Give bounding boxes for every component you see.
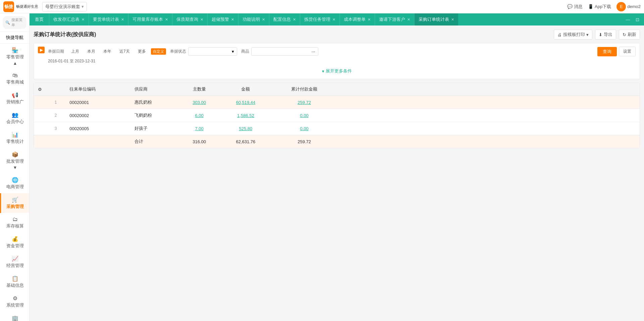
tab-label: 功能说明	[243, 16, 260, 22]
close-icon[interactable]: ✕	[121, 17, 124, 22]
refresh-button[interactable]: ↻ 刷新	[619, 30, 640, 40]
tab-bar: 首页 收发存汇总表 ✕ 要货单统计表 ✕ 可用量库存账本 ✕ 保质期查询 ✕ 超…	[30, 13, 644, 25]
col-extra	[337, 83, 640, 96]
row-code: 00020005	[65, 122, 130, 135]
row-amount[interactable]: 1,586.52	[220, 109, 272, 122]
app-download-button[interactable]: 📱 App下载	[588, 4, 611, 10]
tab-order-summary[interactable]: 要货单统计表 ✕	[89, 13, 128, 25]
sidebar-search[interactable]: 🔍 搜索英单	[0, 13, 29, 32]
sidebar-item-retail[interactable]: 🏪 零售管理 ▲	[0, 44, 29, 69]
close-icon[interactable]: ✕	[332, 17, 335, 22]
close-icon[interactable]: ✕	[368, 17, 371, 22]
filter-row-1: ▶ 单据日期 上月 本月 本年 近7天 更多 自定义	[38, 47, 636, 64]
status-select[interactable]: ▾	[188, 47, 237, 56]
sidebar-item-wholesale[interactable]: 📦 批发管理 ▼	[0, 148, 29, 173]
sidebar-item-marketing[interactable]: 📢 营销推广	[0, 89, 29, 108]
sidebar-item-member[interactable]: 👥 会员中心	[0, 108, 29, 128]
sidebar-item-system[interactable]: ⚙ 系统管理	[0, 292, 29, 312]
tab-label: 成本调整单	[344, 16, 366, 22]
row-paid[interactable]: 0.00	[272, 122, 337, 135]
sidebar-quick-nav[interactable]: 快捷导航	[0, 32, 29, 44]
tab-inventory-book[interactable]: 可用量库存账本 ✕	[128, 13, 172, 25]
row-settings	[34, 122, 46, 135]
workspace-selector[interactable]: 母婴行业演示账套 ▾	[42, 2, 87, 11]
page-header-actions: 🖨 按模板打印 ▾ ⬇ 导出 ↻ 刷新	[554, 30, 640, 40]
message-button[interactable]: 💬 消息	[567, 4, 583, 10]
tab-home[interactable]: 首页	[30, 13, 49, 25]
close-icon[interactable]: ✕	[200, 17, 203, 22]
tab-cost-adjust[interactable]: 成本调整单 ✕	[339, 13, 375, 25]
tab-function-desc[interactable]: 功能说明 ✕	[238, 13, 269, 25]
close-icon[interactable]: ✕	[231, 17, 234, 22]
expand-conditions-button[interactable]: ▾ 展开更多条件	[319, 67, 355, 75]
tab-maximize-button[interactable]: ⊡	[633, 15, 641, 23]
sidebar-item-basic[interactable]: 📋 基础信息	[0, 272, 29, 292]
row-extra	[337, 122, 640, 135]
tab-receive-summary[interactable]: 收发存汇总表 ✕	[49, 13, 89, 25]
search-box[interactable]: 🔍 搜索英单	[3, 16, 26, 29]
date-option-7days[interactable]: 近7天	[116, 48, 133, 55]
row-supplier: 惠氏奶粉	[130, 96, 179, 109]
date-option-this-month[interactable]: 本月	[84, 48, 98, 55]
settings-button[interactable]: 设置	[619, 47, 636, 56]
tab-overstock-alert[interactable]: 超储预警 ✕	[207, 13, 238, 25]
tab-label: 采购订单统计表	[419, 16, 449, 22]
tab-config-info[interactable]: 配置信息 ✕	[269, 13, 300, 25]
sidebar-item-ecommerce[interactable]: 🌐 电商管理	[0, 173, 29, 193]
sidebar-item-finance[interactable]: 💰 资金管理	[0, 232, 29, 252]
sidebar-item-retail-stats[interactable]: 📊 零售统计	[0, 128, 29, 148]
date-options: 上月 本月 本年 近7天 更多 自定义	[68, 48, 166, 55]
close-icon[interactable]: ✕	[82, 17, 85, 22]
date-option-last-month[interactable]: 上月	[68, 48, 82, 55]
sidebar-item-enterprise[interactable]: 🏢 企业协同	[0, 312, 29, 321]
system-icon: ⚙	[13, 295, 17, 302]
tab-minimize-button[interactable]: —	[624, 15, 632, 23]
date-option-this-year[interactable]: 本年	[100, 48, 114, 55]
row-quantity[interactable]: 303.00	[179, 96, 219, 109]
tab-expiry-query[interactable]: 保质期查询 ✕	[172, 13, 207, 25]
logo-icon: 畅捷	[3, 1, 14, 12]
row-amount[interactable]: 60,519.44	[220, 96, 272, 109]
close-icon[interactable]: ✕	[451, 17, 454, 22]
row-extra	[337, 96, 640, 109]
tab-task-mgmt[interactable]: 拣货任务管理 ✕	[300, 13, 339, 25]
date-custom-badge[interactable]: 自定义	[151, 48, 166, 55]
row-settings	[34, 96, 46, 109]
sidebar-item-retail-shop[interactable]: 🛍 零售商城	[0, 69, 29, 89]
refresh-label: 刷新	[628, 32, 636, 38]
tab-invite-downstream[interactable]: 邀请下游客户 ✕	[375, 13, 414, 25]
collapse-button[interactable]: ▶	[38, 47, 45, 53]
data-table-container: ⚙ 往来单位编码 供应商 主数量 金额 累计付款金额 1 000200	[34, 83, 640, 148]
sidebar-item-label: 营销推广	[6, 99, 24, 105]
footer-label: 合计	[130, 135, 179, 148]
row-quantity[interactable]: 7.00	[179, 122, 219, 135]
date-option-more[interactable]: 更多	[135, 48, 149, 55]
query-button[interactable]: 查询	[597, 47, 617, 56]
logo-area: 畅捷 畅捷通好生意	[3, 1, 38, 12]
row-quantity[interactable]: 6.00	[179, 109, 219, 122]
row-paid[interactable]: 259.72	[272, 96, 337, 109]
close-icon[interactable]: ✕	[262, 17, 265, 22]
app-icon: 📱	[588, 4, 593, 9]
workspace-name: 母婴行业演示账套	[45, 4, 80, 10]
sidebar-item-purchase[interactable]: 🛒 采购管理	[0, 193, 29, 213]
row-extra	[337, 109, 640, 122]
close-icon[interactable]: ✕	[165, 17, 168, 22]
user-profile[interactable]: E demo2	[616, 2, 641, 11]
export-button[interactable]: ⬇ 导出	[595, 30, 616, 40]
row-paid[interactable]: 0.00	[272, 109, 337, 122]
sidebar-item-label: 零售商城	[6, 79, 24, 85]
template-print-button[interactable]: 🖨 按模板打印 ▾	[554, 30, 592, 40]
row-amount[interactable]: 525.80	[220, 122, 272, 135]
goods-input[interactable]: ···	[251, 47, 318, 56]
chevron-down-icon: ▾	[82, 4, 84, 9]
sidebar-item-operations[interactable]: 📈 经营管理	[0, 252, 29, 272]
footer-settings	[34, 135, 46, 148]
sidebar-item-inventory[interactable]: 🗂 库存核算	[0, 213, 29, 232]
close-icon[interactable]: ✕	[407, 17, 410, 22]
close-icon[interactable]: ✕	[293, 17, 296, 22]
chevron-down-icon: ▾	[322, 69, 324, 74]
page-title: 采购订单统计表(按供应商)	[34, 31, 96, 38]
footer-extra	[337, 135, 640, 148]
tab-purchase-stats[interactable]: 采购订单统计表 ✕	[414, 13, 458, 25]
